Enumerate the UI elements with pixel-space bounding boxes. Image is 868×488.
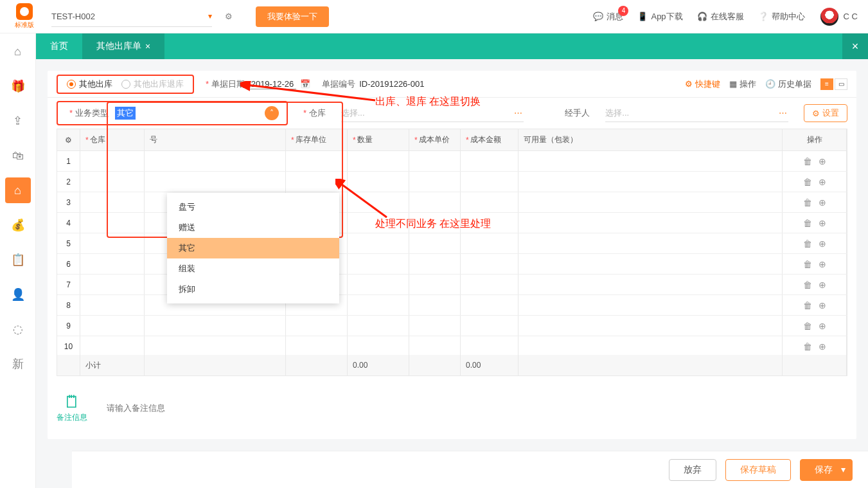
messages-link[interactable]: 💬 消息 4 bbox=[593, 11, 623, 23]
online-service-link[interactable]: 🎧 在线客服 bbox=[697, 11, 744, 23]
username: C C bbox=[844, 12, 858, 21]
app-download-link[interactable]: 📱 App下载 bbox=[637, 11, 682, 23]
phone-icon: 📱 bbox=[637, 12, 648, 21]
chevron-down-icon: ▾ bbox=[208, 12, 212, 21]
org-selector[interactable]: TEST-H002 ▾ bbox=[51, 6, 212, 27]
trial-button[interactable]: 我要体验一下 bbox=[256, 6, 329, 27]
gear-icon: ⚙ bbox=[225, 12, 233, 21]
org-name: TEST-H002 bbox=[51, 12, 95, 21]
help-center-link[interactable]: ❔ 帮助中心 bbox=[758, 11, 805, 23]
service-label: 在线客服 bbox=[711, 11, 744, 23]
help-icon: ❔ bbox=[758, 12, 768, 21]
user-avatar[interactable] bbox=[820, 8, 838, 26]
chat-icon: 💬 bbox=[593, 12, 603, 21]
messages-badge: 4 bbox=[618, 6, 628, 16]
org-settings-button[interactable]: ⚙ bbox=[220, 8, 238, 26]
help-label: 帮助中心 bbox=[772, 11, 805, 23]
brand-tag: 标准版 bbox=[15, 21, 34, 30]
headset-icon: 🎧 bbox=[697, 12, 707, 21]
app-label: App下载 bbox=[651, 11, 682, 23]
brand-logo: 标准版 bbox=[10, 3, 39, 30]
topbar: 标准版 TEST-H002 ▾ ⚙ 我要体验一下 💬 消息 4 📱 App下载 … bbox=[0, 0, 868, 33]
logo-icon bbox=[16, 3, 33, 20]
